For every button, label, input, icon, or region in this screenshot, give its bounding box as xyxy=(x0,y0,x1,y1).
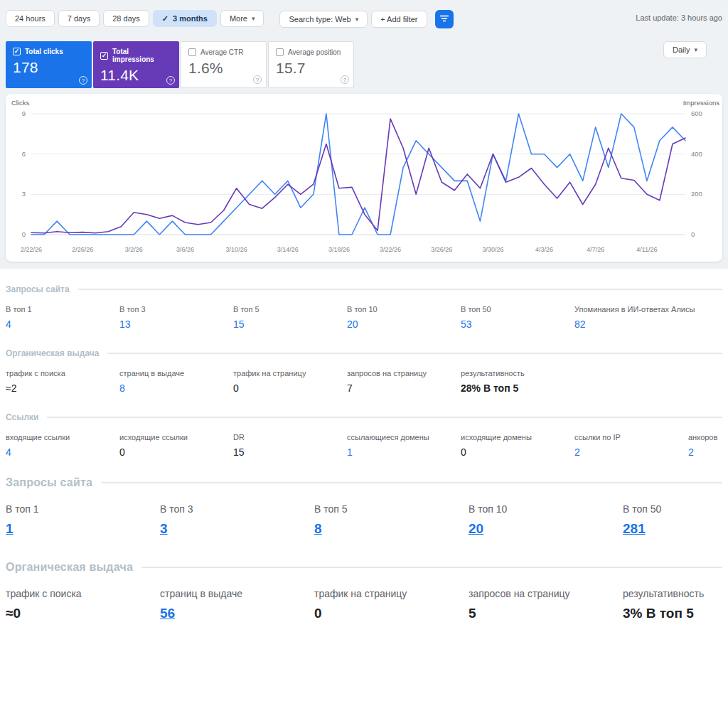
performance-chart[interactable]: 00320064009600ClicksImpressions2/22/262/… xyxy=(6,98,722,256)
stat-value[interactable]: 8 xyxy=(314,521,469,537)
stat-value: 0 xyxy=(233,382,347,394)
stat-value: ≈0 xyxy=(6,606,160,621)
time-filter-3-months[interactable]: ✓3 months xyxy=(153,10,217,27)
section-header: Органическая выдача xyxy=(6,348,722,358)
stat-row: В топ 11В топ 33В топ 58В топ 1020В топ … xyxy=(6,503,722,537)
time-filter-label: 3 months xyxy=(173,14,208,23)
stat-label: В топ 10 xyxy=(347,305,461,314)
toolbar: 24 hours7 days28 days✓3 monthsMore▾ Sear… xyxy=(6,10,722,28)
site-stats: Запросы сайтаВ топ 14В топ 313В топ 515В… xyxy=(0,269,728,621)
help-icon[interactable]: ? xyxy=(253,75,262,84)
section-divider xyxy=(101,482,722,483)
average-position-checkbox[interactable]: ✓ xyxy=(276,48,284,56)
stat-value[interactable]: 20 xyxy=(469,521,623,537)
stat-item: трафик с поиска≈0 xyxy=(6,588,160,621)
y-axis-tick-right: 200 xyxy=(691,190,702,198)
filter-sliders-icon xyxy=(439,14,449,26)
total-clicks-checkbox[interactable]: ✓ xyxy=(13,48,21,55)
help-icon[interactable]: ? xyxy=(79,76,87,85)
stat-value[interactable]: 1 xyxy=(6,521,160,537)
stat-value[interactable]: 4 xyxy=(6,446,119,458)
stat-item: В топ 50281 xyxy=(623,503,722,537)
time-filter-label: 7 days xyxy=(68,14,90,23)
y-axis-tick-right: 600 xyxy=(691,109,702,117)
search-type-dropdown[interactable]: Search type: Web ▾ xyxy=(279,11,368,28)
stat-value: 0 xyxy=(461,446,574,458)
stat-label: В топ 10 xyxy=(469,503,623,515)
stat-label: В топ 50 xyxy=(623,503,722,515)
stat-item: результативность28% В топ 5 xyxy=(461,369,722,394)
stat-item: Упоминания в ИИ-ответах Алисы82 xyxy=(574,305,722,330)
stat-value[interactable]: 53 xyxy=(461,318,574,330)
section-title: Ссылки xyxy=(6,412,38,422)
stat-value[interactable]: 20 xyxy=(347,318,461,330)
stat-value: 5 xyxy=(469,606,623,621)
stat-label: результативность xyxy=(461,369,722,378)
stat-value[interactable]: 82 xyxy=(574,318,722,330)
stat-label: В топ 5 xyxy=(314,503,469,515)
time-filter-28-days[interactable]: 28 days xyxy=(103,10,149,27)
stat-item: трафик с поиска≈2 xyxy=(6,369,119,394)
stat-item: В топ 5053 xyxy=(461,305,574,330)
stat-value[interactable]: 3 xyxy=(160,521,314,537)
metric-label: Total clicks xyxy=(25,48,63,55)
y-axis-tick-left: 0 xyxy=(22,230,26,238)
last-update-text: Last update: 3 hours ago xyxy=(636,10,722,22)
filter-sort-button[interactable] xyxy=(435,10,454,28)
average-ctr-checkbox[interactable]: ✓ xyxy=(188,48,196,56)
stat-label: В топ 50 xyxy=(461,305,574,314)
time-filter-24-hours[interactable]: 24 hours xyxy=(6,10,55,27)
help-icon[interactable]: ? xyxy=(341,75,349,84)
help-icon[interactable]: ? xyxy=(166,76,175,85)
stat-value[interactable]: 281 xyxy=(623,521,722,537)
time-filter-label: 24 hours xyxy=(15,14,46,23)
stat-item: ссылки по IP2 xyxy=(574,433,688,458)
section-site-queries-2: Запросы сайтаВ топ 11В топ 33В топ 58В т… xyxy=(6,476,722,537)
time-filter-group: 24 hours7 days28 days✓3 monthsMore▾ xyxy=(6,10,264,27)
time-filter-more[interactable]: More▾ xyxy=(220,10,264,27)
x-axis-tick: 3/18/26 xyxy=(328,246,350,253)
stat-value[interactable]: 4 xyxy=(6,318,119,330)
stat-value[interactable]: 15 xyxy=(233,318,347,330)
stat-item: результативность3% В топ 5 xyxy=(623,588,722,621)
time-filter-7-days[interactable]: 7 days xyxy=(58,10,100,27)
add-filter-button[interactable]: + Add filter xyxy=(371,11,427,28)
section-organic-results: Органическая выдачатрафик с поиска≈2стра… xyxy=(6,348,722,394)
x-axis-tick: 3/30/26 xyxy=(482,246,503,253)
section-title: Органическая выдача xyxy=(6,348,99,358)
x-axis-tick: 3/6/26 xyxy=(176,246,194,253)
section-divider xyxy=(78,289,722,290)
stat-value[interactable]: 56 xyxy=(160,606,314,621)
stat-label: В топ 1 xyxy=(6,305,119,314)
stat-value[interactable]: 2 xyxy=(688,446,722,458)
x-axis-tick: 3/10/26 xyxy=(226,246,247,253)
granularity-dropdown[interactable]: Daily ▾ xyxy=(663,41,707,58)
stat-value[interactable]: 8 xyxy=(119,382,233,394)
total-clicks-card[interactable]: ✓ Total clicks 178 ? xyxy=(6,41,92,88)
stat-item: трафик на страницу0 xyxy=(233,369,347,394)
average-position-card[interactable]: ✓ Average position 15.7 ? xyxy=(268,41,354,88)
average-ctr-card[interactable]: ✓ Average CTR 1.6% ? xyxy=(181,41,267,88)
stat-label: входящие ссылки xyxy=(6,433,119,441)
stat-label: В топ 3 xyxy=(160,503,314,515)
section-header: Запросы сайта xyxy=(6,284,722,294)
stat-value[interactable]: 2 xyxy=(574,446,688,458)
stat-value[interactable]: 1 xyxy=(347,446,461,458)
x-axis-tick: 2/22/26 xyxy=(21,246,42,253)
stat-label: ссылки по IP xyxy=(574,433,688,441)
section-links: Ссылкивходящие ссылки4исходящие ссылки0D… xyxy=(6,412,722,458)
stat-label: трафик с поиска xyxy=(6,588,160,599)
stat-value[interactable]: 13 xyxy=(119,318,233,330)
stat-item: ссылающиеся домены1 xyxy=(347,433,461,458)
stat-label: исходящие домены xyxy=(461,433,574,441)
y-axis-tick-left: 6 xyxy=(22,150,26,158)
stat-label: В топ 3 xyxy=(119,305,233,314)
stat-item: трафик на страницу0 xyxy=(314,588,469,621)
total-impressions-card[interactable]: ✓ Total impressions 11.4K ? xyxy=(93,41,179,88)
total-impressions-checkbox[interactable]: ✓ xyxy=(100,52,108,60)
section-header: Запросы сайта xyxy=(6,476,722,489)
stat-item: В топ 313 xyxy=(119,305,233,330)
stat-item: В топ 58 xyxy=(314,503,469,537)
chevron-down-icon: ▾ xyxy=(252,15,255,22)
stat-item: В топ 1020 xyxy=(469,503,623,537)
